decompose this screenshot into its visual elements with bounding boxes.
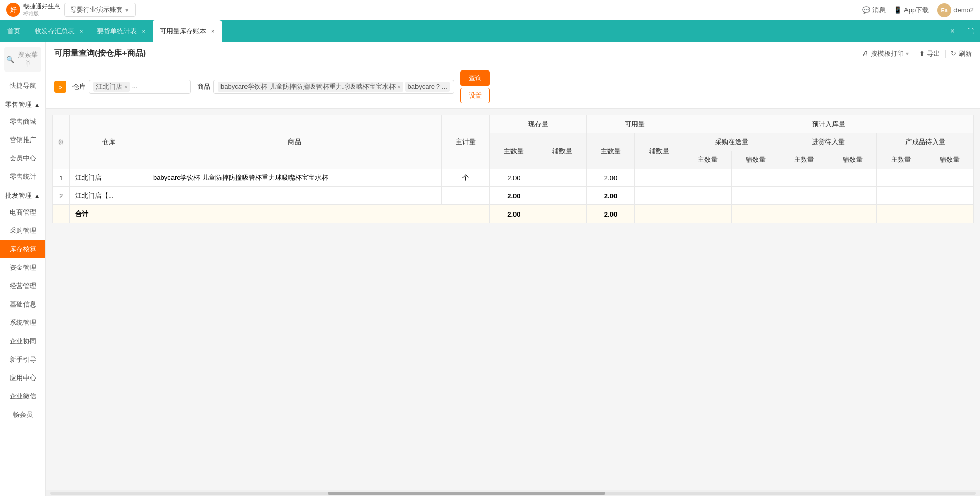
sidebar-item-basic[interactable]: 基础信息 xyxy=(0,295,45,314)
wechat-label: 企业微信 xyxy=(10,392,36,400)
industry-selector[interactable]: 母婴行业演示账套 ▾ xyxy=(64,3,136,17)
th-main-unit: 主计量 xyxy=(442,115,490,169)
close-all-tabs-button[interactable]: × xyxy=(944,27,961,36)
sidebar-group-wholesale-header[interactable]: 批发管理 ▲ xyxy=(0,186,45,203)
row2-warehouse: 江北门店【... xyxy=(70,187,148,205)
chevron-down-icon: ▾ xyxy=(906,51,909,56)
retail-mall-label: 零售商城 xyxy=(10,117,36,125)
sidebar-item-operations[interactable]: 经营管理 xyxy=(0,277,45,295)
footer-arrival-main xyxy=(780,205,828,223)
th-available: 可用量 xyxy=(586,115,683,133)
tab-order-summary-close-icon[interactable]: × xyxy=(142,28,145,34)
row1-purchase-main xyxy=(683,169,732,187)
sidebar-item-wechat[interactable]: 企业微信 xyxy=(0,387,45,406)
fullscreen-button[interactable]: ⛶ xyxy=(961,28,980,35)
row1-index: 1 xyxy=(53,169,70,187)
sidebar-item-vip[interactable]: 畅会员 xyxy=(0,406,45,424)
tab-available-stock-close-icon[interactable]: × xyxy=(211,28,214,34)
sidebar-group-retail-header[interactable]: 零售管理 ▲ xyxy=(0,95,45,112)
sidebar-item-retail-mall[interactable]: 零售商城 xyxy=(0,112,45,131)
sidebar-item-retail-stats[interactable]: 零售统计 xyxy=(0,168,45,186)
tab-order-summary-label: 要货单统计表 xyxy=(97,27,137,36)
product-input[interactable]: babycare学饮杯 儿童防摔防撞吸管杯重力球吸嘴杯宝宝水杯 × babyca… xyxy=(213,80,454,94)
table-row: 2 江北门店【... 2.00 2.00 xyxy=(53,187,974,205)
page-header: 可用量查询(按仓库+商品) 🖨 按模板打印 ▾ ⬆ 导出 ↻ 刷新 xyxy=(46,42,980,65)
horizontal-scrollbar[interactable] xyxy=(46,490,980,496)
th-product: 商品 xyxy=(148,115,442,169)
sidebar-item-marketing[interactable]: 营销推广 xyxy=(0,131,45,149)
scroll-track xyxy=(50,492,976,495)
search-menu-button[interactable]: 🔍 搜索菜单 xyxy=(4,47,41,72)
query-button[interactable]: 查询 xyxy=(460,70,490,86)
th-production-aux: 辅数量 xyxy=(925,151,974,169)
chevron-down-icon: ▾ xyxy=(125,6,129,14)
tab-available-stock[interactable]: 可用量库存账本 × xyxy=(153,20,222,42)
warehouse-tag-remove[interactable]: × xyxy=(124,84,127,90)
app-center-label: 应用中心 xyxy=(10,374,36,382)
retail-group-label: 零售管理 xyxy=(5,100,32,109)
sidebar-item-quick-nav[interactable]: 快捷导航 xyxy=(0,77,45,95)
sidebar-item-purchase[interactable]: 采购管理 xyxy=(0,222,45,240)
sidebar-item-ecommerce[interactable]: 电商管理 xyxy=(0,203,45,222)
row2-available-main: 2.00 xyxy=(586,187,635,205)
sidebar-item-enterprise[interactable]: 企业协同 xyxy=(0,332,45,350)
sidebar-item-member[interactable]: 会员中心 xyxy=(0,149,45,168)
main-layout: 🔍 搜索菜单 快捷导航 零售管理 ▲ 零售商城 营销推广 会员中心 零售统计 xyxy=(0,42,980,496)
export-button[interactable]: ⬆ 导出 xyxy=(919,49,940,58)
tab-receipts[interactable]: 收发存汇总表 × xyxy=(28,20,90,42)
sidebar-item-inventory[interactable]: 库存核算 xyxy=(0,240,45,258)
refresh-button[interactable]: ↻ 刷新 xyxy=(951,49,972,58)
footer-purchase-main xyxy=(683,205,732,223)
warehouse-input[interactable]: 江北门店 × ··· xyxy=(89,80,191,94)
th-current-main: 主数量 xyxy=(490,133,538,169)
th-purchase-aux: 辅数量 xyxy=(731,151,780,169)
message-button[interactable]: 💬 消息 xyxy=(862,6,886,15)
content-area: 可用量查询(按仓库+商品) 🖨 按模板打印 ▾ ⬆ 导出 ↻ 刷新 xyxy=(46,42,980,496)
marketing-label: 营销推广 xyxy=(10,136,36,144)
ecommerce-label: 电商管理 xyxy=(10,208,36,216)
footer-empty1 xyxy=(53,205,70,223)
sidebar-item-finance[interactable]: 资金管理 xyxy=(0,258,45,277)
column-settings-icon[interactable]: ⚙ xyxy=(58,138,64,146)
logo-text-block: 畅捷通好生意 标准版 xyxy=(23,3,60,17)
th-warehouse: 仓库 xyxy=(70,115,148,169)
print-button[interactable]: 🖨 按模板打印 ▾ xyxy=(862,49,909,58)
message-icon: 💬 xyxy=(862,6,870,14)
sidebar-item-newbie[interactable]: 新手引导 xyxy=(0,350,45,369)
sidebar-item-app-center[interactable]: 应用中心 xyxy=(0,369,45,387)
user-area[interactable]: Ea demo2 xyxy=(937,3,974,17)
double-right-icon: » xyxy=(58,83,62,91)
th-current-aux: 辅数量 xyxy=(538,133,586,169)
row1-current-aux xyxy=(538,169,586,187)
filter-expand-button[interactable]: » xyxy=(54,81,66,93)
settings-button[interactable]: 设置 xyxy=(460,88,490,103)
tab-receipts-close-icon[interactable]: × xyxy=(80,28,83,34)
message-label: 消息 xyxy=(872,6,886,15)
row1-available-aux xyxy=(635,169,683,187)
row1-arrival-aux xyxy=(828,169,877,187)
product-tag-1: babycare学饮杯 儿童防摔防撞吸管杯重力球吸嘴杯宝宝水杯 × xyxy=(218,82,403,92)
top-bar: 好 畅捷通好生意 标准版 母婴行业演示账套 ▾ 💬 消息 📱 App下载 Ea … xyxy=(0,0,980,20)
th-available-aux: 辅数量 xyxy=(635,133,683,169)
sidebar-item-system[interactable]: 系统管理 xyxy=(0,314,45,332)
th-available-main: 主数量 xyxy=(586,133,635,169)
more-options-icon[interactable]: ··· xyxy=(132,83,138,91)
tab-home[interactable]: 首页 xyxy=(0,20,28,42)
row2-current-main: 2.00 xyxy=(490,187,538,205)
row1-arrival-main xyxy=(780,169,828,187)
logo-subtitle: 标准版 xyxy=(23,10,60,17)
product-tag-1-remove[interactable]: × xyxy=(397,84,400,90)
footer-current-main: 2.00 xyxy=(490,205,538,223)
tab-receipts-label: 收发存汇总表 xyxy=(35,27,75,36)
row2-production-main xyxy=(877,187,925,205)
warehouse-filter-label: 仓库 xyxy=(72,82,86,91)
th-planned-in: 预计入库量 xyxy=(683,115,974,133)
footer-label: 合计 xyxy=(70,205,490,223)
enterprise-label: 企业协同 xyxy=(10,337,36,345)
scroll-thumb[interactable] xyxy=(328,492,605,495)
tab-order-summary[interactable]: 要货单统计表 × xyxy=(90,20,152,42)
app-download-button[interactable]: 📱 App下载 xyxy=(894,6,929,15)
row1-available-main: 2.00 xyxy=(586,169,635,187)
industry-label: 母婴行业演示账套 xyxy=(70,5,123,14)
basic-label: 基础信息 xyxy=(10,300,36,308)
